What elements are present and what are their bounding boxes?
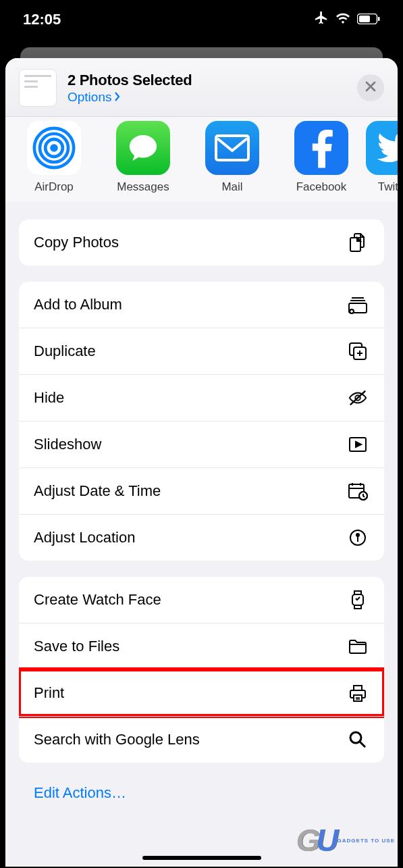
watch-icon <box>348 590 368 610</box>
app-label: Messages <box>117 180 169 194</box>
preview-thumbnail[interactable] <box>19 69 57 107</box>
svg-point-19 <box>356 534 359 536</box>
printer-icon <box>348 683 368 703</box>
mail-icon <box>205 121 259 175</box>
wifi-icon <box>335 11 350 28</box>
battery-icon <box>357 11 380 28</box>
svg-rect-1 <box>359 16 370 22</box>
options-button[interactable]: Options <box>68 90 346 105</box>
home-indicator[interactable] <box>142 856 261 860</box>
airdrop-app[interactable]: AirDrop <box>9 121 99 194</box>
row-label: Adjust Date & Time <box>34 482 161 500</box>
row-label: Adjust Location <box>34 529 135 546</box>
share-apps-row[interactable]: AirDrop Messages Mail Facebook Twitte <box>5 117 398 202</box>
sheet-header: 2 Photos Selected Options <box>5 58 398 117</box>
airdrop-icon <box>27 121 81 175</box>
share-sheet: 2 Photos Selected Options AirDrop <box>5 58 398 867</box>
row-label: Slideshow <box>34 436 101 453</box>
options-label: Options <box>68 90 111 105</box>
duplicate-icon <box>348 341 368 361</box>
duplicate-row[interactable]: Duplicate <box>19 328 384 374</box>
svg-point-24 <box>350 732 361 743</box>
more-actions-group: Create Watch Face Save to Files Print Se… <box>19 577 384 763</box>
row-label: Print <box>34 684 64 702</box>
edit-actions-button[interactable]: Edit Actions… <box>19 776 384 810</box>
adjust-date-row[interactable]: Adjust Date & Time <box>19 467 384 514</box>
clock: 12:05 <box>23 11 61 28</box>
svg-point-3 <box>50 144 58 152</box>
twitter-app[interactable]: Twitte <box>366 121 398 194</box>
add-to-album-row[interactable]: Add to Album <box>19 282 384 328</box>
app-label: AirDrop <box>34 180 74 194</box>
copy-icon <box>348 232 368 253</box>
copy-photos-row[interactable]: Copy Photos <box>19 220 384 265</box>
close-icon <box>365 80 377 95</box>
google-lens-row[interactable]: Search with Google Lens <box>19 716 384 763</box>
watermark: GU GADGETS TO USE <box>296 822 395 859</box>
search-icon <box>348 730 368 750</box>
sheet-title: 2 Photos Selected <box>68 72 346 89</box>
app-label: Twitte <box>378 180 398 194</box>
calendar-clock-icon <box>348 481 368 501</box>
save-files-row[interactable]: Save to Files <box>19 623 384 669</box>
chevron-right-icon <box>114 90 121 105</box>
messages-app[interactable]: Messages <box>99 121 188 194</box>
mail-app[interactable]: Mail <box>188 121 277 194</box>
row-label: Search with Google Lens <box>34 731 200 748</box>
row-label: Save to Files <box>34 638 119 655</box>
location-icon <box>348 528 368 548</box>
actions-list: Copy Photos Add to Album Duplicate H <box>5 220 398 810</box>
watermark-text: GADGETS TO USE <box>338 838 395 844</box>
play-icon <box>348 434 368 455</box>
facebook-icon <box>294 121 348 175</box>
row-label: Duplicate <box>34 342 96 360</box>
facebook-app[interactable]: Facebook <box>277 121 366 194</box>
row-label: Add to Album <box>34 296 122 313</box>
svg-rect-2 <box>378 17 380 21</box>
slideshow-row[interactable]: Slideshow <box>19 421 384 467</box>
row-label: Create Watch Face <box>34 591 161 609</box>
watch-face-row[interactable]: Create Watch Face <box>19 577 384 623</box>
app-label: Mail <box>221 180 242 194</box>
close-button[interactable] <box>357 74 384 101</box>
photo-actions-group: Add to Album Duplicate Hide Slideshow <box>19 282 384 561</box>
hide-icon <box>348 388 368 408</box>
print-row[interactable]: Print <box>19 669 384 716</box>
airplane-icon <box>314 10 329 29</box>
row-label: Copy Photos <box>34 234 119 251</box>
album-icon <box>348 295 368 315</box>
copy-group: Copy Photos <box>19 220 384 265</box>
folder-icon <box>348 636 368 657</box>
adjust-location-row[interactable]: Adjust Location <box>19 514 384 561</box>
app-label: Facebook <box>296 180 347 194</box>
edit-actions-label: Edit Actions… <box>34 784 126 801</box>
messages-icon <box>116 121 170 175</box>
hide-row[interactable]: Hide <box>19 374 384 421</box>
svg-rect-7 <box>216 136 248 160</box>
twitter-icon <box>366 121 398 175</box>
status-bar: 12:05 <box>1 1 402 38</box>
row-label: Hide <box>34 389 64 407</box>
